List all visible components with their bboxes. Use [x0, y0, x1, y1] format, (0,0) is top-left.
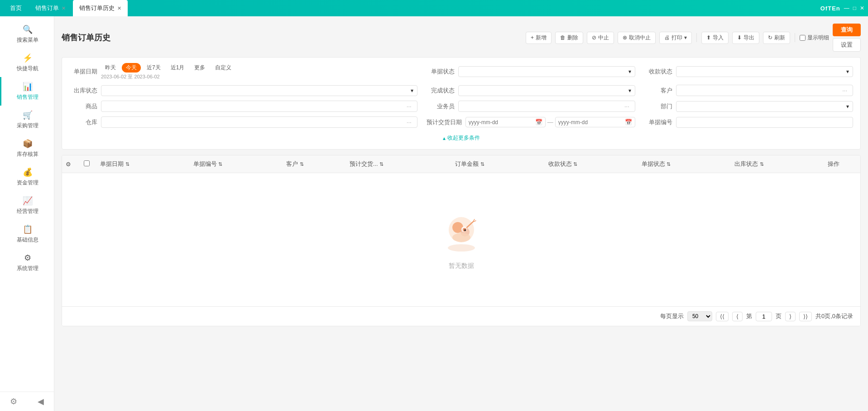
calendar-end-icon[interactable]: 📅 [625, 119, 632, 126]
th-amount-sort[interactable] [480, 160, 484, 167]
goods-input-wrap[interactable]: ··· [101, 101, 417, 112]
sidebar-item-quick-nav[interactable]: ⚡ 快捷导航 [0, 48, 54, 77]
warehouse-input[interactable] [105, 119, 405, 126]
import-button[interactable]: ⬆ 导入 [701, 32, 729, 44]
sidebar-item-base-info[interactable]: 📋 基础信息 [0, 220, 54, 248]
sidebar-settings-btn[interactable]: ⚙ [10, 396, 17, 406]
th-payment-status[interactable]: 收款状态 [545, 155, 638, 173]
department-chevron [846, 103, 849, 110]
th-date[interactable]: 单据日期 [96, 155, 190, 173]
display-detail-checkbox[interactable]: 显示明细 [800, 34, 829, 42]
date-tag-yesterday[interactable]: 昨天 [101, 63, 120, 73]
date-tag-7days[interactable]: 近7天 [143, 63, 165, 73]
sidebar-collapse-btn[interactable]: ◀ [38, 396, 44, 406]
window-close[interactable]: ✕ [860, 5, 864, 11]
first-page-button[interactable]: ⟨⟨ [716, 312, 729, 321]
complete-select[interactable] [458, 85, 635, 96]
tab-sales-order-close[interactable]: ✕ [62, 5, 66, 11]
page-size-select[interactable]: 20 50 100 [687, 311, 712, 321]
new-button[interactable]: + 新增 [526, 32, 551, 44]
window-maximize[interactable]: □ [853, 5, 856, 11]
warehouse-input-wrap[interactable]: ··· [101, 116, 417, 128]
expected-start-wrap[interactable]: 📅 [465, 117, 546, 127]
order-no-input[interactable] [676, 117, 853, 128]
payment-select[interactable] [676, 66, 853, 77]
th-customer-sort[interactable] [300, 160, 304, 167]
sidebar-item-inventory[interactable]: 📦 库存核算 [0, 134, 54, 163]
warehouse-dots[interactable]: ··· [405, 119, 413, 126]
expected-start-input[interactable] [469, 119, 535, 126]
import-icon: ⬆ [706, 34, 711, 41]
th-expected-sort[interactable] [379, 160, 384, 167]
page-number-input[interactable] [756, 312, 772, 321]
th-customer[interactable]: 客户 [283, 155, 345, 173]
sidebar-item-sales[interactable]: 📊 销售管理 [0, 77, 54, 106]
display-detail-input[interactable] [800, 35, 806, 41]
sidebar-item-purchase[interactable]: 🛒 采购管理 [0, 106, 54, 134]
export-icon: ⬇ [737, 34, 742, 41]
th-checkbox[interactable] [80, 155, 96, 173]
outbound-select[interactable] [101, 85, 417, 96]
th-expected[interactable]: 预计交货... [346, 155, 451, 173]
th-amount[interactable]: 订单金额 [451, 155, 545, 173]
prev-page-button[interactable]: ⟨ [732, 312, 743, 321]
salesperson-input-wrap[interactable]: ··· [458, 101, 635, 112]
department-select[interactable] [676, 101, 853, 112]
th-no[interactable]: 单据编号 [190, 155, 283, 173]
page-label: 第 [746, 312, 752, 320]
goods-dots[interactable]: ··· [405, 103, 413, 110]
stop-label: 中止 [598, 34, 609, 42]
cancel-stop-button[interactable]: ⊗ 取消中止 [618, 32, 656, 44]
delete-button[interactable]: 🗑 删除 [555, 32, 583, 44]
status-select[interactable] [458, 66, 635, 77]
sidebar-item-system[interactable]: ⚙ 系统管理 [0, 248, 54, 277]
settings-gear-icon[interactable]: ⚙ [66, 161, 71, 168]
tab-home[interactable]: 首页 [4, 0, 28, 16]
stop-icon: ⊘ [592, 34, 596, 41]
tab-sales-history-close[interactable]: ✕ [117, 5, 121, 11]
tab-sales-history[interactable]: 销售订单历史 ✕ [73, 0, 128, 16]
th-payment-status-sort[interactable] [573, 160, 577, 167]
customer-input[interactable] [680, 87, 840, 94]
pagination: 每页显示 20 50 100 ⟨⟨ ⟨ 第 页 ⟩ ⟩⟩ 共0页,0条记录 [62, 306, 860, 326]
th-outbound-status-sort[interactable] [760, 160, 764, 167]
stop-button[interactable]: ⊘ 中止 [587, 32, 614, 44]
th-settings[interactable]: ⚙ [62, 155, 80, 173]
goods-input[interactable] [105, 103, 405, 110]
customer-input-wrap[interactable]: ··· [676, 85, 853, 96]
tab-sales-order[interactable]: 销售订单 ✕ [29, 0, 72, 16]
refresh-button[interactable]: ↻ 刷新 [763, 32, 790, 44]
select-all-checkbox[interactable] [84, 160, 90, 166]
setting-button[interactable]: 设置 [833, 38, 861, 52]
operations-icon: 📈 [23, 196, 33, 206]
th-bill-status-sort[interactable] [667, 160, 671, 167]
print-button[interactable]: 🖨 打印 ▾ [659, 32, 692, 44]
date-tag-more[interactable]: 更多 [190, 63, 209, 73]
salesperson-dots[interactable]: ··· [623, 103, 631, 110]
th-outbound-status[interactable]: 出库状态 [731, 155, 824, 173]
sidebar-item-base-info-label: 基础信息 [17, 236, 38, 244]
export-button[interactable]: ⬇ 导出 [732, 32, 759, 44]
next-page-button[interactable]: ⟩ [785, 312, 796, 321]
sidebar-item-finance[interactable]: 💰 资金管理 [0, 163, 54, 191]
th-no-sort[interactable] [218, 160, 222, 167]
collapse-button[interactable]: 收起更多条件 [69, 132, 853, 144]
th-bill-status[interactable]: 单据状态 [638, 155, 731, 173]
query-button[interactable]: 查询 [833, 24, 861, 36]
svg-point-4 [452, 233, 470, 242]
customer-dots[interactable]: ··· [840, 87, 849, 94]
sidebar-item-search[interactable]: 🔍 搜索菜单 [0, 20, 54, 48]
th-expected-label: 预计交货... [350, 160, 378, 167]
th-date-sort[interactable] [125, 160, 129, 167]
goods-label: 商品 [69, 102, 101, 111]
window-minimize[interactable]: — [844, 5, 849, 11]
last-page-button[interactable]: ⟩⟩ [799, 312, 812, 321]
date-tag-custom[interactable]: 自定义 [211, 63, 235, 73]
sidebar-item-operations[interactable]: 📈 经营管理 [0, 191, 54, 220]
calendar-start-icon[interactable]: 📅 [535, 119, 542, 126]
expected-end-wrap[interactable]: 📅 [555, 117, 635, 127]
date-tag-today[interactable]: 今天 [122, 63, 141, 73]
expected-end-input[interactable] [558, 119, 625, 126]
salesperson-input[interactable] [462, 103, 623, 110]
date-tag-1month[interactable]: 近1月 [167, 63, 189, 73]
